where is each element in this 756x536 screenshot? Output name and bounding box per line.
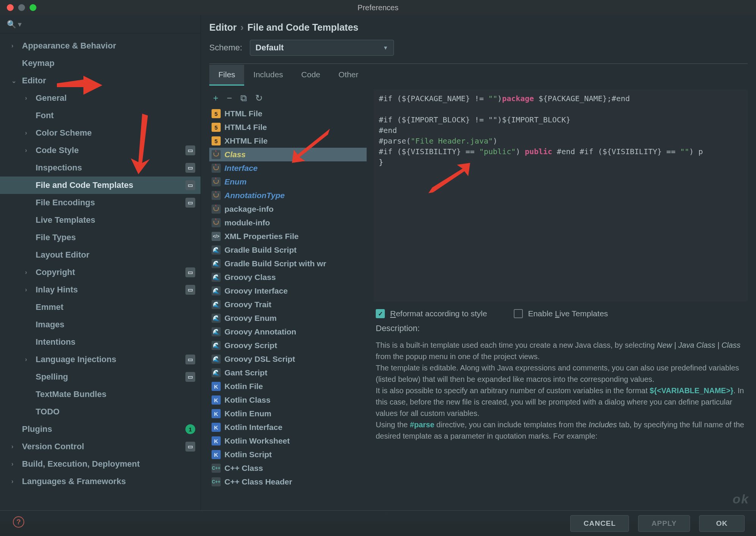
settings-node-languages-frameworks[interactable]: ›Languages & Frameworks — [0, 473, 201, 490]
close-window-icon[interactable] — [7, 4, 14, 11]
java-icon — [212, 218, 221, 227]
settings-node-emmet[interactable]: Emmet — [0, 298, 201, 316]
settings-node-layout-editor[interactable]: Layout Editor — [0, 246, 201, 264]
settings-node-textmate-bundles[interactable]: TextMate Bundles — [0, 386, 201, 403]
template-item[interactable]: KKotlin Class — [209, 393, 367, 407]
help-icon[interactable]: ? — [13, 516, 24, 528]
chevron-down-icon: ▼ — [383, 45, 388, 51]
template-item[interactable]: 5HTML4 File — [209, 120, 367, 134]
revert-button[interactable]: ↻ — [255, 93, 263, 103]
html5-icon: 5 — [212, 136, 221, 145]
kotlin-icon: K — [212, 395, 221, 405]
project-settings-icon: ▭ — [185, 355, 195, 364]
live-templates-checkbox[interactable]: Enable Live Templates — [514, 309, 608, 318]
settings-node-code-style[interactable]: ›Code Style▭ — [0, 142, 201, 159]
settings-node-language-injections[interactable]: ›Language Injections▭ — [0, 351, 201, 368]
template-editor[interactable]: #if (${PACKAGE_NAME} != "")package ${PAC… — [373, 89, 748, 302]
cpp-icon: C++ — [212, 464, 221, 473]
template-item[interactable]: 🌊Gant Script — [209, 366, 367, 380]
cpp-icon: C++ — [212, 477, 221, 486]
java-icon — [212, 205, 221, 214]
apply-button[interactable]: APPLY — [638, 515, 690, 532]
settings-node-keymap[interactable]: Keymap — [0, 55, 201, 72]
settings-node-editor[interactable]: ⌄Editor — [0, 72, 201, 89]
checkbox-checked-icon: ✓ — [376, 309, 385, 318]
add-button[interactable]: + — [213, 93, 218, 103]
settings-node-copyright[interactable]: ›Copyright▭ — [0, 264, 201, 281]
groovy-icon: 🌊 — [212, 327, 221, 336]
template-item[interactable]: Enum — [209, 175, 367, 189]
settings-node-todo[interactable]: TODO — [0, 403, 201, 420]
settings-node-build-execution-deployment[interactable]: ›Build, Execution, Deployment — [0, 455, 201, 473]
groovy-icon: 🌊 — [212, 300, 221, 309]
settings-node-appearance-behavior[interactable]: ›Appearance & Behavior — [0, 37, 201, 55]
settings-node-file-encodings[interactable]: File Encodings▭ — [0, 194, 201, 211]
tab-files[interactable]: Files — [209, 65, 244, 86]
ok-button[interactable]: OK — [699, 515, 745, 532]
template-item[interactable]: KKotlin Interface — [209, 420, 367, 434]
settings-node-general[interactable]: ›General — [0, 89, 201, 107]
template-item[interactable]: C++C++ Class Header — [209, 475, 367, 489]
tab-includes[interactable]: Includes — [244, 65, 292, 86]
maximize-window-icon[interactable] — [30, 4, 36, 11]
template-item[interactable]: 5XHTML File — [209, 134, 367, 148]
template-item[interactable]: 🌊Gradle Build Script with wr — [209, 257, 367, 270]
settings-node-live-templates[interactable]: Live Templates — [0, 211, 201, 229]
template-item[interactable]: 🌊Groovy Class — [209, 270, 367, 284]
settings-node-font[interactable]: Font — [0, 107, 201, 124]
settings-tree: ›Appearance & BehaviorKeymap⌄Editor›Gene… — [0, 33, 201, 510]
template-item[interactable]: KKotlin Script — [209, 448, 367, 461]
settings-node-file-and-code-templates[interactable]: File and Code Templates▭ — [0, 177, 201, 194]
scheme-label: Scheme: — [209, 43, 242, 53]
minimize-window-icon[interactable] — [18, 4, 25, 11]
template-item[interactable]: AnnotationType — [209, 189, 367, 202]
remove-button[interactable]: − — [227, 93, 232, 103]
settings-node-images[interactable]: Images — [0, 316, 201, 333]
template-item[interactable]: KKotlin File — [209, 380, 367, 393]
copy-button[interactable]: ⧉ — [240, 93, 247, 103]
scheme-select[interactable]: Default▼ — [250, 40, 394, 56]
groovy-icon: 🌊 — [212, 314, 221, 323]
reformat-checkbox[interactable]: ✓ Reformat according to style — [376, 309, 487, 318]
settings-node-spelling[interactable]: Spelling▭ — [0, 368, 201, 386]
window-title: Preferences — [358, 3, 398, 12]
settings-node-color-scheme[interactable]: ›Color Scheme — [0, 124, 201, 142]
settings-node-inspections[interactable]: Inspections▭ — [0, 159, 201, 177]
settings-node-version-control[interactable]: ›Version Control▭ — [0, 438, 201, 455]
settings-node-inlay-hints[interactable]: ›Inlay Hints▭ — [0, 281, 201, 298]
java-icon — [212, 164, 221, 173]
template-item[interactable]: KKotlin Enum — [209, 407, 367, 420]
project-settings-icon: ▭ — [185, 180, 195, 190]
template-item[interactable]: 🌊Groovy Annotation — [209, 325, 367, 339]
template-item[interactable]: Class — [209, 148, 367, 161]
settings-node-plugins[interactable]: Plugins1 — [0, 420, 201, 438]
template-item[interactable]: 🌊Groovy DSL Script — [209, 352, 367, 366]
template-item[interactable]: 🌊Gradle Build Script — [209, 243, 367, 257]
search-input[interactable]: 🔍▾ — [0, 15, 201, 33]
java-icon — [212, 150, 221, 159]
template-item[interactable]: package-info — [209, 202, 367, 216]
xml-icon: </> — [212, 232, 221, 241]
template-item[interactable]: KKotlin Worksheet — [209, 434, 367, 448]
template-item[interactable]: Interface — [209, 161, 367, 175]
template-item[interactable]: 🌊Groovy Script — [209, 339, 367, 352]
groovy-icon: 🌊 — [212, 286, 221, 295]
divider — [209, 63, 748, 64]
project-settings-icon: ▭ — [185, 372, 195, 382]
checkbox-icon — [514, 309, 523, 318]
project-settings-icon: ▭ — [185, 145, 195, 155]
template-item[interactable]: C++C++ Class — [209, 461, 367, 475]
template-item[interactable]: 🌊Groovy Enum — [209, 311, 367, 325]
template-item[interactable]: 🌊Groovy Interface — [209, 284, 367, 298]
tab-other[interactable]: Other — [329, 65, 368, 86]
template-item[interactable]: module-info — [209, 216, 367, 230]
template-item[interactable]: 🌊Groovy Trait — [209, 298, 367, 311]
template-item[interactable]: </>XML Properties File — [209, 230, 367, 243]
template-item[interactable]: 5HTML File — [209, 107, 367, 120]
groovy-icon: 🌊 — [212, 368, 221, 377]
groovy-icon: 🌊 — [212, 245, 221, 255]
tab-code[interactable]: Code — [292, 65, 329, 86]
settings-node-intentions[interactable]: Intentions — [0, 333, 201, 351]
cancel-button[interactable]: CANCEL — [570, 515, 629, 532]
settings-node-file-types[interactable]: File Types — [0, 229, 201, 246]
